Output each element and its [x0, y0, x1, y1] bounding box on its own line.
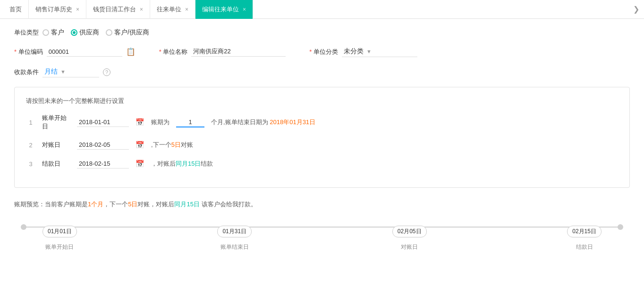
tab-home[interactable]: 首页 [5, 0, 29, 19]
period-title: 请按照未来的一个完整帐期进行设置 [26, 97, 618, 105]
period-row-2: 2 对账日 📅 ,下一个5日对账 [26, 140, 618, 150]
timeline-point-2: 02月05日 对账日 [392, 218, 427, 251]
timeline-date-2: 02月05日 [392, 226, 427, 237]
tab-sales-close-icon[interactable]: × [76, 6, 79, 13]
start-date-cal-icon[interactable]: 📅 [136, 118, 144, 127]
payment-condition-row: 收款条件 月结 ▼ ? [14, 67, 630, 77]
timeline-date-0: 01月01日 [42, 226, 77, 237]
timeline-point-1: 01月31日 账单结束日 [217, 218, 252, 251]
tab-edit-partner-label: 编辑往来单位 [202, 5, 239, 14]
tabs-scroll-right[interactable]: ❯ [633, 5, 639, 14]
tab-partner-close-icon[interactable]: × [185, 6, 188, 13]
payment-date-input[interactable] [77, 159, 129, 169]
unit-name-field: 单位名称 [159, 47, 286, 57]
preview-section: 账期预览：当前客户账期是1个月，下一个5日对账，对账后同月15日 该客户会给我打… [14, 195, 630, 261]
payment-condition-dropdown[interactable]: 月结 ▼ [42, 67, 99, 77]
reconcile-desc: ,下一个5日对账 [151, 141, 193, 149]
period-box: 请按照未来的一个完整帐期进行设置 1 账单开始日 📅 账期为 个月,账单结束日期… [14, 87, 630, 188]
tab-cash-work[interactable]: 钱货日清工作台 × [86, 0, 150, 19]
tab-cash-label: 钱货日清工作台 [93, 5, 136, 14]
timeline-label-3: 结款日 [576, 243, 593, 251]
period-row-3: 3 结款日 📅 ，对账后同月15日结款 [26, 159, 618, 169]
tabs-bar: 首页 销售订单历史 × 钱货日清工作台 × 往来单位 × 编辑往来单位 × ❯ [0, 0, 644, 19]
radio-supplier-circle [71, 29, 77, 36]
period-label-3: 结款日 [42, 160, 70, 168]
timeline-date-1: 01月31日 [217, 226, 252, 237]
tab-partner[interactable]: 往来单位 × [150, 0, 195, 19]
tab-cash-close-icon[interactable]: × [140, 6, 143, 13]
radio-customer-label: 客户 [51, 28, 64, 37]
timeline-point-0: 01月01日 账单开始日 [42, 218, 77, 251]
payment-desc: ，对账后同月15日结款 [151, 160, 213, 168]
timeline-label-0: 账单开始日 [45, 243, 74, 251]
unit-classify-value: 未分类 [344, 47, 364, 56]
unit-code-field: 单位编码 📋 [14, 47, 136, 57]
payment-condition-label: 收款条件 [14, 68, 39, 76]
unit-classify-label: 单位分类 [309, 48, 338, 56]
payment-condition-value: 月结 [44, 68, 58, 76]
timeline: 01月01日 账单开始日 01月31日 账单结束日 02月05日 对账日 02月… [14, 218, 630, 251]
unit-type-row: 单位类型 客户 供应商 客户/供应商 [14, 28, 630, 37]
unit-info-row: 单位编码 📋 单位名称 单位分类 未分类 ▼ [14, 46, 630, 57]
start-date-input[interactable] [77, 118, 129, 127]
period-label-1: 账单开始日 [42, 114, 70, 131]
payment-dropdown-arrow-icon: ▼ [60, 69, 66, 75]
unit-name-input[interactable] [191, 47, 286, 57]
tab-sales-label: 销售订单历史 [35, 5, 72, 14]
period-unit-label: 个月,账单结束日期为 2018年01月31日 [211, 118, 315, 127]
tab-partner-label: 往来单位 [157, 5, 181, 14]
unit-code-copy-icon[interactable]: 📋 [126, 47, 136, 56]
radio-customer-circle [42, 29, 49, 36]
timeline-point-3: 02月15日 结款日 [567, 218, 602, 251]
payment-date-cal-icon[interactable]: 📅 [136, 160, 144, 168]
help-icon[interactable]: ? [103, 68, 110, 76]
payment-condition-field: 收款条件 月结 ▼ ? [14, 67, 110, 77]
unit-classify-field: 单位分类 未分类 ▼ [309, 46, 417, 57]
unit-type-radio-group: 客户 供应商 客户/供应商 [42, 28, 149, 37]
timeline-points: 01月01日 账单开始日 01月31日 账单结束日 02月05日 对账日 02月… [24, 218, 620, 251]
tab-home-label: 首页 [9, 5, 22, 14]
radio-supplier[interactable]: 供应商 [71, 28, 99, 37]
period-num-3: 3 [26, 160, 35, 168]
radio-both-circle [106, 29, 112, 36]
tab-edit-partner[interactable]: 编辑往来单位 × [195, 0, 253, 19]
unit-code-input[interactable] [47, 47, 122, 57]
radio-customer[interactable]: 客户 [42, 28, 64, 37]
period-months-input[interactable] [176, 118, 204, 127]
period-label-2: 对账日 [42, 141, 70, 149]
unit-code-label: 单位编码 [14, 48, 43, 56]
classify-dropdown-arrow-icon: ▼ [366, 49, 372, 54]
period-row-1: 1 账单开始日 📅 账期为 个月,账单结束日期为 2018年01月31日 [26, 114, 618, 131]
radio-both[interactable]: 客户/供应商 [106, 28, 149, 37]
period-for-label: 账期为 [151, 118, 169, 127]
reconcile-date-input[interactable] [77, 140, 129, 150]
radio-both-label: 客户/供应商 [114, 28, 149, 37]
reconcile-date-cal-icon[interactable]: 📅 [136, 141, 144, 149]
timeline-label-2: 对账日 [401, 243, 418, 251]
timeline-label-1: 账单结束日 [220, 243, 249, 251]
period-num-1: 1 [26, 119, 35, 126]
unit-classify-dropdown[interactable]: 未分类 ▼ [342, 46, 417, 57]
main-content: 单位类型 客户 供应商 客户/供应商 单位编码 📋 [0, 19, 644, 287]
unit-type-label: 单位类型 [14, 28, 39, 37]
period-num-2: 2 [26, 142, 35, 149]
period-end-date: 2018年01月31日 [270, 118, 315, 126]
radio-supplier-label: 供应商 [79, 28, 99, 37]
unit-type-field: 单位类型 客户 供应商 客户/供应商 [14, 28, 149, 37]
tab-edit-partner-close-icon[interactable]: × [243, 6, 246, 13]
preview-text: 账期预览：当前客户账期是1个月，下一个5日对账，对账后同月15日 该客户会给我打… [14, 200, 630, 209]
unit-name-label: 单位名称 [159, 48, 188, 56]
timeline-date-3: 02月15日 [567, 226, 602, 237]
tab-sales-order-history[interactable]: 销售订单历史 × [29, 0, 86, 19]
